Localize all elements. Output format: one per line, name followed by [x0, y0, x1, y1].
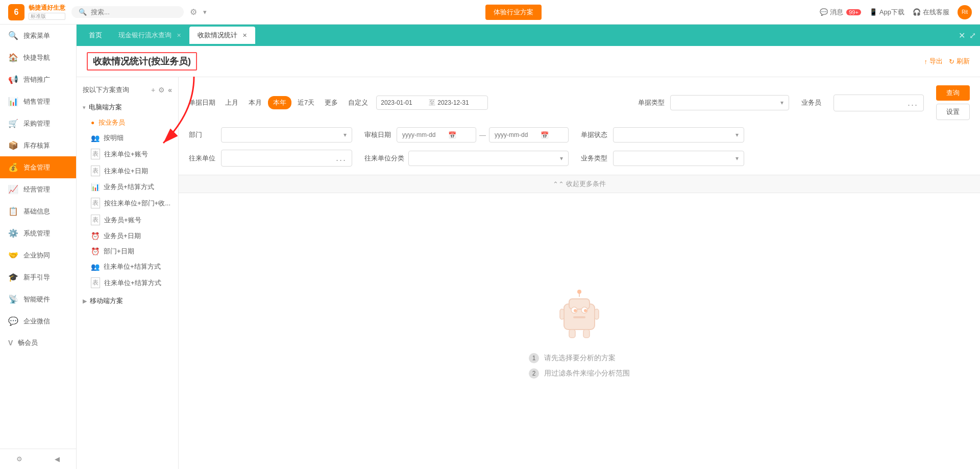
sidebar-collapse-btn[interactable]: ◀‍ — [55, 455, 60, 463]
sidebar-item-enterprise[interactable]: 🤝 企业协同 — [0, 244, 76, 266]
sidebar-item-purchase[interactable]: 🛒 采购管理 — [0, 112, 76, 134]
tab-cash-flow-close[interactable]: ✕ — [177, 32, 181, 39]
date-btn-last-month[interactable]: 上月 — [221, 96, 242, 109]
filter-settings-btn[interactable]: 设置 — [936, 104, 970, 120]
scheme-item-by-detail[interactable]: 👥 按明细 — [77, 130, 178, 146]
top-bar-left: 6 畅捷通好生意 标准版 🔍 ⚙ ▾ — [8, 4, 207, 20]
partner-dots-btn[interactable]: ... — [336, 153, 347, 163]
desktop-group-header[interactable]: ▾ 电脑端方案 — [77, 100, 178, 115]
refresh-icon: ↻ — [949, 58, 954, 65]
sidebar-item-iot[interactable]: 📡 智能硬件 — [0, 288, 76, 310]
empty-hints: 1 请先选择要分析的方案 2 用过滤条件来缩小分析范围 — [529, 353, 630, 379]
audit-date-to-input[interactable] — [495, 131, 541, 138]
tab-maximize-btn[interactable]: ⤢ — [969, 31, 976, 40]
audit-date-from-input[interactable] — [402, 131, 448, 138]
tab-collection[interactable]: 收款情况统计 ✕ — [189, 27, 255, 44]
date-from-input[interactable] — [381, 99, 427, 106]
sidebar-item-label: 库存核算 — [23, 141, 50, 150]
export-btn[interactable]: ↑ 导出 — [924, 57, 943, 66]
scheme-item-by-unit-date[interactable]: 表 往来单位+日期 — [77, 162, 178, 179]
query-btn[interactable]: 查询 — [936, 85, 970, 101]
brand-name: 畅捷通好生意 — [29, 4, 65, 11]
dots-btn[interactable]: ... — [908, 98, 918, 108]
scheme-settings-btn[interactable]: ⚙ — [158, 86, 165, 94]
sidebar-item-marketing[interactable]: 📢 营销推广 — [0, 68, 76, 90]
scheme-item-by-staff-account[interactable]: 表 业务员+账号 — [77, 212, 178, 228]
sidebar-item-inventory[interactable]: 📦 库存核算 — [0, 134, 76, 156]
sidebar-settings-btn[interactable]: ⚙ — [16, 455, 22, 463]
tab-close-all-btn[interactable]: ✕ — [959, 31, 965, 40]
sidebar-item-search[interactable]: 🔍 搜索菜单 — [0, 25, 76, 46]
scheme-add-btn[interactable]: + — [151, 86, 155, 94]
tab-cash-flow[interactable]: 现金银行流水查询 ✕ — [110, 27, 189, 44]
trial-btn[interactable]: 体验行业方案 — [485, 5, 542, 20]
svg-point-12 — [577, 290, 581, 294]
date-btn-7days[interactable]: 近7天 — [293, 96, 318, 109]
date-btn-this-year[interactable]: 本年 — [268, 96, 291, 109]
biz-type-control[interactable]: ▾ — [613, 151, 744, 166]
staff-control[interactable]: ... — [834, 95, 924, 111]
doc-type-label: 单据类型 — [638, 98, 666, 107]
sidebar-item-operation[interactable]: 📈 经营管理 — [0, 178, 76, 200]
refresh-btn[interactable]: ↻ 刷新 — [949, 57, 970, 66]
date-btn-custom[interactable]: 自定义 — [344, 96, 372, 109]
mobile-group-header[interactable]: ▶ 移动端方案 — [77, 293, 178, 309]
operation-icon: 📈 — [8, 184, 18, 194]
biz-type-label: 业务类型 — [581, 154, 609, 163]
filter-item-biz-type: 业务类型 ▾ — [581, 151, 744, 166]
tab-bar: 首页 现金银行流水查询 ✕ 收款情况统计 ✕ ✕ ⤢ — [77, 25, 980, 46]
scheme-item-by-unit-dept[interactable]: 表 按往来单位+部门+收... — [77, 195, 178, 212]
scheme-item-by-dept-date[interactable]: ⏰ 部门+日期 — [77, 244, 178, 259]
user-avatar[interactable]: Rit — [958, 5, 972, 19]
calendar-icon-to[interactable]: 📅 — [541, 131, 549, 139]
svg-point-4 — [574, 309, 577, 312]
content-area: 按以下方案查询 + ⚙ « ▾ 电脑端方案 ● 按业务员 👥 — [77, 77, 980, 469]
scheme-item-by-staff-settlement[interactable]: 📊 业务员+结算方式 — [77, 179, 178, 195]
partner-control[interactable]: ... — [221, 150, 352, 167]
dept-label: 部门 — [189, 130, 217, 139]
scheme-header: 按以下方案查询 + ⚙ « — [77, 81, 178, 99]
top-search-input[interactable] — [91, 8, 173, 16]
date-to-input[interactable] — [437, 99, 483, 106]
top-gear-icon[interactable]: ⚙ — [190, 7, 197, 17]
collapse-bar[interactable]: ⌃⌃ 收起更多条件 — [179, 175, 980, 193]
scheme-item-label: 往来单位+日期 — [104, 167, 148, 176]
scheme-item-by-unit-settlement1[interactable]: 👥 往来单位+结算方式 — [77, 259, 178, 274]
staff-account-icon: 表 — [91, 215, 100, 225]
doc-status-control[interactable]: ▾ — [613, 127, 744, 143]
dropdown-icon[interactable]: ▾ — [203, 8, 207, 16]
sidebar-item-sales[interactable]: 📊 销售管理 — [0, 90, 76, 112]
tab-collection-close[interactable]: ✕ — [242, 32, 247, 39]
sidebar-item-system[interactable]: ⚙️ 系统管理 — [0, 222, 76, 244]
sidebar-item-wechat[interactable]: 💬 企业微信 — [0, 310, 76, 332]
scheme-item-by-staff[interactable]: ● 按业务员 — [77, 115, 178, 130]
staff-date-icon: ⏰ — [91, 232, 100, 240]
tab-home[interactable]: 首页 — [81, 27, 110, 44]
scheme-item-label: 部门+日期 — [104, 247, 134, 256]
sidebar-item-guide[interactable]: 🎓 新手引导 — [0, 266, 76, 288]
sidebar-item-quick-nav[interactable]: 🏠 快捷导航 — [0, 46, 76, 68]
scheme-item-by-staff-date[interactable]: ⏰ 业务员+日期 — [77, 228, 178, 244]
scheme-collapse-btn[interactable]: « — [168, 86, 172, 94]
sidebar-item-finance[interactable]: 💰 资金管理 — [0, 156, 76, 178]
date-btn-this-month[interactable]: 本月 — [244, 96, 266, 109]
sidebar-item-member[interactable]: V 畅会员 — [0, 332, 76, 354]
audit-date-to[interactable]: 📅 — [489, 127, 569, 143]
partner-category-control[interactable]: ▾ — [408, 151, 569, 166]
doc-type-control[interactable]: ▾ — [670, 95, 789, 110]
top-search-bar[interactable]: 🔍 — [71, 6, 184, 18]
scheme-item-by-unit-account[interactable]: 表 往来单位+账号 — [77, 146, 178, 162]
export-icon: ↑ — [924, 58, 928, 65]
audit-date-from[interactable]: 📅 — [397, 127, 476, 143]
search-icon: 🔍 — [8, 31, 18, 40]
online-service-btn[interactable]: 🎧 在线客服 — [913, 8, 949, 17]
date-btn-more[interactable]: 更多 — [321, 96, 342, 109]
app-download-btn[interactable]: 📱 App下载 — [869, 8, 904, 17]
dept-control[interactable]: ▾ — [221, 127, 352, 143]
sidebar-item-basic[interactable]: 📋 基础信息 — [0, 200, 76, 222]
calendar-icon-from[interactable]: 📅 — [448, 131, 456, 139]
sidebar-item-label: 系统管理 — [23, 229, 50, 238]
doc-status-chevron: ▾ — [736, 131, 739, 138]
scheme-item-by-unit-settlement2[interactable]: 表 往来单位+结算方式 — [77, 274, 178, 291]
message-btn[interactable]: 💬 消息 99+ — [820, 8, 861, 17]
